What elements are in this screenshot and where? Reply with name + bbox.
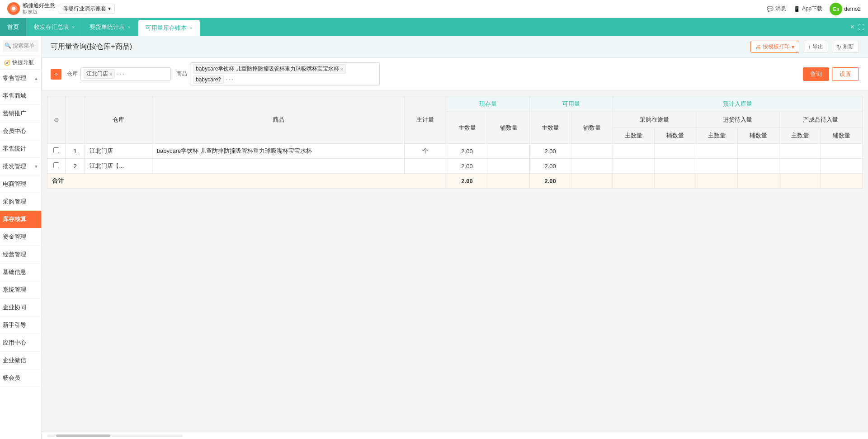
expand-btn[interactable]: ⛶ [858, 24, 864, 31]
sidebar-label: 零售管理 [3, 74, 26, 82]
scroll-thumb[interactable] [56, 434, 110, 437]
cell-fin-pend-aux [821, 144, 862, 159]
sidebar-item-purchase[interactable]: 采购管理 [0, 193, 41, 211]
cell-index: 1 [66, 144, 85, 159]
cell-unit: 个 [405, 144, 446, 159]
quick-nav-btn[interactable]: 🧭 快捷导航 [0, 56, 41, 70]
top-bar-right: 💬 消息 📱 App下载 Ea demo2 [767, 3, 861, 15]
search-menu-btn[interactable]: 🔍 搜索菜单 [3, 40, 38, 52]
product-input[interactable]: babycare学饮杯 儿童防摔防撞吸管杯重力球吸嘴杯宝宝水杯 × babyca… [190, 62, 380, 85]
sidebar-item-newbie[interactable]: 新手引导 [0, 316, 41, 334]
summary-pur-trans-main [613, 174, 654, 189]
logo-icon [7, 2, 20, 15]
summary-fin-pend-aux [821, 174, 862, 189]
col-warehouse: 仓库 [85, 96, 152, 144]
sidebar-item-retail-stats[interactable]: 零售统计 [0, 140, 41, 158]
chevron-down-icon: ▾ [792, 44, 794, 50]
sidebar-item-ecommerce[interactable]: 电商管理 [0, 175, 41, 193]
sidebar-item-member2[interactable]: 畅会员 [0, 369, 41, 387]
cell-pur-trans-aux [654, 144, 696, 159]
remove-product-tag-1[interactable]: × [340, 66, 343, 72]
cell-check[interactable] [47, 144, 66, 159]
sidebar-item-collab[interactable]: 企业协同 [0, 299, 41, 316]
caret-down-icon: ▼ [34, 164, 38, 169]
sidebar-item-app-center[interactable]: 应用中心 [0, 334, 41, 352]
close-tab-receive[interactable]: × [72, 24, 75, 30]
cell-fin-pend-main [779, 159, 821, 174]
query-btn[interactable]: 查询 [803, 67, 829, 81]
cell-pur-pend-aux [737, 159, 779, 174]
tab-home[interactable]: 首页 [0, 18, 27, 36]
sidebar-item-operations[interactable]: 经营管理 [0, 246, 41, 264]
sidebar-label: 基础信息 [3, 268, 26, 276]
app-download-btn[interactable]: 📱 App下载 [793, 5, 822, 13]
cell-warehouse: 江北门店 [85, 144, 152, 159]
sidebar-item-system[interactable]: 系统管理 [0, 281, 41, 299]
sidebar-item-inventory[interactable]: 库存核算 [0, 211, 41, 228]
close-tab-order[interactable]: × [127, 24, 130, 30]
sidebar-item-marketing[interactable]: 营销推广 [0, 105, 41, 123]
table-row: 2 江北门店【... 2.00 2.00 [47, 159, 863, 174]
close-all-tabs-btn[interactable]: × [850, 23, 854, 31]
sidebar-search-area: 🔍 搜索菜单 [0, 36, 41, 56]
sidebar-item-basic-info[interactable]: 基础信息 [0, 264, 41, 281]
template-print-btn[interactable]: 🖨 按模板打印 ▾ [750, 41, 799, 53]
close-tab-available[interactable]: × [189, 25, 192, 31]
tab-order-stats[interactable]: 要货单统计表 × [82, 18, 138, 36]
tab-available-stock[interactable]: 可用量库存账本 × [138, 20, 200, 36]
sidebar-label: 企业微信 [3, 356, 26, 364]
cell-stock-aux [488, 144, 529, 159]
industry-label: 母婴行业演示账套 [63, 5, 106, 13]
sidebar-item-finance[interactable]: 资金管理 [0, 228, 41, 246]
product-more-btn[interactable]: ··· [226, 76, 234, 84]
logo-area: 畅捷通好生意 标准版 [7, 2, 55, 15]
page-actions: 🖨 按模板打印 ▾ ↑ 导出 ↻ 刷新 [750, 41, 859, 53]
compass-icon: 🧭 [4, 60, 10, 66]
cell-avail-aux [571, 159, 613, 174]
sidebar-label: 库存核算 [3, 215, 26, 223]
sidebar-item-retail-mgmt[interactable]: 零售管理 ▲ [0, 70, 41, 87]
cell-unit [405, 159, 446, 174]
export-btn[interactable]: ↑ 导出 [803, 41, 828, 53]
cell-check[interactable] [47, 159, 66, 174]
summary-pur-pend-aux [737, 174, 779, 189]
username: demo2 [844, 6, 861, 12]
col-index [66, 96, 85, 144]
sidebar-item-member[interactable]: 会员中心 [0, 123, 41, 140]
refresh-btn[interactable]: ↻ 刷新 [832, 41, 859, 53]
col-group-forecast-in: 预计入库量 [613, 96, 862, 112]
table-container: ⚙ 仓库 商品 主计量 现存量 可用量 预计入库量 主数量 辅数量 主数量 [42, 90, 868, 432]
sidebar-item-retail-mall[interactable]: 零售商城 [0, 87, 41, 105]
warehouse-tag-text: 江北门店 [86, 70, 108, 78]
sidebar-item-wholesale[interactable]: 批发管理 ▼ [0, 158, 41, 175]
warehouse-more-btn[interactable]: ··· [117, 70, 125, 78]
message-btn[interactable]: 💬 消息 [767, 5, 786, 13]
message-label: 消息 [775, 5, 786, 13]
filter-expand-btn[interactable]: » [51, 69, 61, 80]
setting-btn[interactable]: 设置 [832, 67, 859, 81]
tab-receive-summary[interactable]: 收发存汇总表 × [27, 18, 82, 36]
cell-pur-pend-aux [737, 144, 779, 159]
industry-selector[interactable]: 母婴行业演示账套 ▾ [59, 4, 115, 14]
cell-avail-aux [571, 144, 613, 159]
app-download-label: App下载 [802, 5, 822, 13]
message-icon: 💬 [767, 6, 774, 12]
sidebar-label: 电商管理 [3, 180, 26, 188]
cell-avail-main: 2.00 [529, 159, 571, 174]
settings-gear-icon[interactable]: ⚙ [54, 117, 59, 123]
summary-avail-main: 2.00 [529, 174, 571, 189]
content-area: 可用量查询(按仓库+商品) 🖨 按模板打印 ▾ ↑ 导出 ↻ 刷新 [42, 36, 868, 439]
sidebar-label: 企业协同 [3, 303, 26, 312]
export-icon: ↑ [808, 44, 811, 50]
warehouse-input[interactable]: 江北门店 × ··· [80, 67, 171, 80]
sidebar-item-wecom[interactable]: 企业微信 [0, 352, 41, 369]
top-bar-left: 畅捷通好生意 标准版 母婴行业演示账套 ▾ [7, 2, 115, 15]
logo-text: 畅捷通好生意 [23, 2, 55, 9]
row-checkbox[interactable] [53, 162, 59, 168]
user-area[interactable]: Ea demo2 [830, 3, 861, 15]
scroll-track[interactable] [47, 434, 183, 437]
row-checkbox[interactable] [53, 147, 59, 153]
remove-warehouse-tag[interactable]: × [109, 71, 112, 77]
col-main-unit: 主计量 [405, 96, 446, 144]
summary-fin-pend-main [779, 174, 821, 189]
